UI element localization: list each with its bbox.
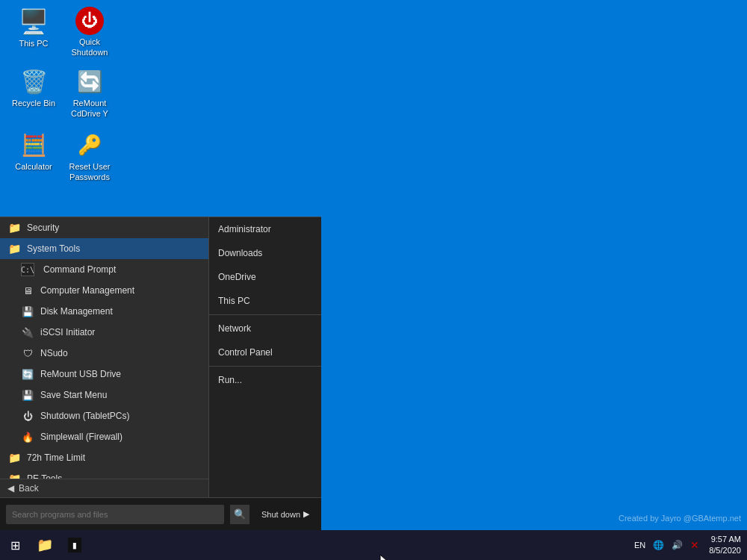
- quick-shutdown-label: Quick Shutdown: [63, 37, 117, 58]
- tablet-shutdown-icon: ⏻: [21, 409, 34, 423]
- firewall-icon: 🔥: [21, 430, 34, 444]
- volume-tray-icon[interactable]: 🔊: [669, 540, 685, 550]
- search-input[interactable]: [6, 505, 224, 524]
- system-clock[interactable]: 9:57 AM 8/5/2020: [709, 534, 741, 557]
- menu-item-nsudo[interactable]: 🛡 NSudo: [0, 343, 208, 364]
- menu-item-iscsi[interactable]: 🔌 iSCSI Initiator: [0, 322, 208, 343]
- taskbar-file-explorer[interactable]: 📁: [30, 530, 60, 560]
- calculator-icon: 🧮: [19, 130, 49, 160]
- network-tray-icon[interactable]: 🌐: [651, 540, 666, 550]
- back-button[interactable]: ◀ Back: [0, 479, 208, 497]
- this-pc-label: This PC: [19, 38, 48, 49]
- reset-passwords-icon: 🔑: [75, 130, 105, 160]
- remount-cddrive-label: ReMount CdDrive Y: [63, 98, 117, 119]
- usb-icon: 🔄: [21, 367, 34, 381]
- back-arrow-icon: ◀: [7, 483, 14, 494]
- nsudo-icon: 🛡: [21, 346, 34, 360]
- reset-passwords-label: Reset User Passwords: [63, 161, 117, 183]
- desktop-icon-remount-cddrive[interactable]: 🔄 ReMount CdDrive Y: [60, 63, 120, 122]
- disk-icon: 💾: [21, 305, 34, 318]
- file-explorer-icon: 📁: [37, 537, 53, 553]
- right-menu-administrator[interactable]: Administrator: [209, 217, 321, 241]
- cmd-icon: C:\: [21, 263, 34, 276]
- folder-icon-system-tools: 📁: [7, 242, 21, 255]
- menu-item-computer-mgmt[interactable]: 🖥 Computer Management: [0, 280, 208, 301]
- menu-left-panel: 📁 Security 📁 System Tools C:\ Command Pr…: [0, 217, 209, 497]
- save-icon: 💾: [21, 388, 34, 402]
- menu-item-system-tools[interactable]: 📁 System Tools: [0, 238, 208, 259]
- right-menu-downloads[interactable]: Downloads: [209, 241, 321, 265]
- right-menu-this-pc[interactable]: This PC: [209, 289, 321, 313]
- language-indicator[interactable]: EN: [632, 541, 648, 550]
- right-menu-network[interactable]: Network: [209, 317, 321, 340]
- watermark-text: Created by Jayro @GBAtemp.net: [619, 514, 741, 523]
- menu-item-shutdown-tablets[interactable]: ⏻ Shutdown (TabletPCs): [0, 405, 208, 426]
- this-pc-icon: 🖥️: [19, 7, 49, 37]
- menu-item-simplewall[interactable]: 🔥 Simplewall (Firewall): [0, 426, 208, 447]
- menu-item-disk-mgmt[interactable]: 💾 Disk Management: [0, 301, 208, 322]
- right-menu-control-panel[interactable]: Control Panel: [209, 340, 321, 364]
- mgmt-icon: 🖥: [21, 284, 34, 297]
- taskbar-cmd[interactable]: ▮: [60, 530, 90, 560]
- desktop-icon-recycle-bin[interactable]: 🗑️ Recycle Bin: [4, 63, 63, 111]
- folder-icon-security: 📁: [7, 221, 21, 234]
- taskbar-right: EN 🌐 🔊 ✕ 9:57 AM 8/5/2020: [632, 534, 747, 557]
- quick-shutdown-icon: ⏻: [75, 7, 104, 35]
- menu-bottom-bar: 🔍 Shut down ▶: [0, 497, 321, 530]
- iscsi-icon: 🔌: [21, 326, 34, 339]
- windows-logo-icon: ⊞: [10, 538, 20, 553]
- remount-cddrive-icon: 🔄: [75, 66, 105, 96]
- battery-x-icon: ✕: [688, 539, 701, 551]
- calculator-label: Calculator: [15, 161, 52, 172]
- menu-item-save-start[interactable]: 💾 Save Start Menu: [0, 385, 208, 405]
- shutdown-button[interactable]: Shut down ▶: [255, 506, 315, 522]
- desktop-icon-reset-passwords[interactable]: 🔑 Reset User Passwords: [60, 127, 120, 186]
- recycle-bin-label: Recycle Bin: [12, 98, 55, 108]
- menu-item-pe-tools[interactable]: 📁 PE Tools: [0, 468, 208, 479]
- menu-item-72h-limit[interactable]: 📁 72h Time Limit: [0, 447, 208, 468]
- menu-item-security[interactable]: 📁 Security: [0, 217, 208, 238]
- folder-icon-pe-tools: 📁: [7, 472, 21, 479]
- taskbar: ⊞ 📁 ▮ EN 🌐 🔊 ✕ 9:57 AM 8/5/2020: [0, 530, 747, 560]
- shutdown-arrow-icon: ▶: [303, 509, 309, 519]
- start-menu: 📁 Security 📁 System Tools C:\ Command Pr…: [0, 217, 321, 530]
- menu-item-command-prompt[interactable]: C:\ Command Prompt: [0, 259, 208, 280]
- desktop-icon-this-pc[interactable]: 🖥️ This PC: [4, 4, 63, 52]
- right-menu-divider-2: [209, 366, 321, 367]
- right-menu-divider-1: [209, 314, 321, 315]
- desktop-icon-quick-shutdown[interactable]: ⏻ Quick Shutdown: [60, 4, 120, 61]
- recycle-bin-icon: 🗑️: [19, 66, 49, 96]
- right-menu-onedrive[interactable]: OneDrive: [209, 265, 321, 289]
- start-button[interactable]: ⊞: [0, 530, 30, 560]
- menu-right-panel: Administrator Downloads OneDrive This PC…: [209, 217, 321, 497]
- menu-items-list: 📁 Security 📁 System Tools C:\ Command Pr…: [0, 217, 208, 479]
- menu-item-remount-usb[interactable]: 🔄 ReMount USB Drive: [0, 364, 208, 385]
- desktop-icon-calculator[interactable]: 🧮 Calculator: [4, 127, 63, 175]
- search-button[interactable]: 🔍: [230, 505, 249, 524]
- cmd-taskbar-icon: ▮: [68, 538, 81, 553]
- folder-icon-72h: 📁: [7, 451, 21, 464]
- right-menu-run[interactable]: Run...: [209, 368, 321, 392]
